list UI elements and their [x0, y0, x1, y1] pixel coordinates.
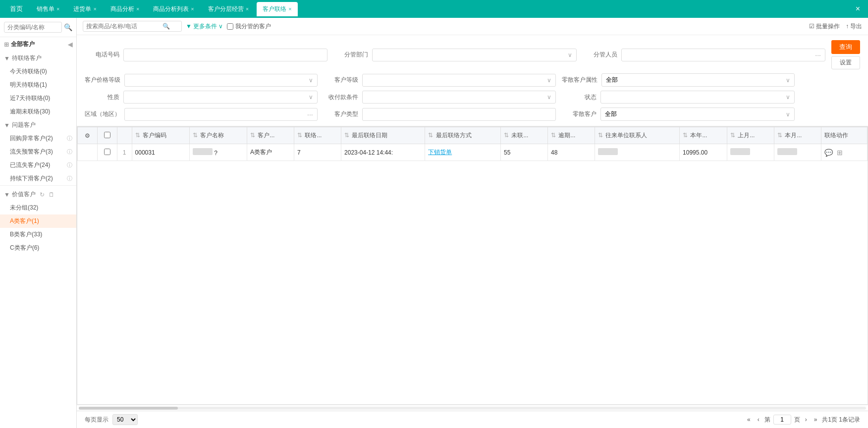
- region-ellipsis[interactable]: ···: [307, 110, 313, 118]
- row-name-cell: ?: [189, 144, 247, 161]
- phone-label: 电话号码: [85, 51, 119, 59]
- no-contact-col-header[interactable]: ⇅ 未联...: [501, 127, 548, 144]
- scrollbar-thumb[interactable]: [79, 407, 178, 410]
- last-page-btn[interactable]: »: [812, 415, 819, 424]
- payment-select[interactable]: ∨: [362, 91, 556, 104]
- expand-arrow: ▼: [4, 55, 10, 62]
- type-col-header[interactable]: ⇅ 客户...: [247, 127, 294, 144]
- close-sales-tab[interactable]: ×: [56, 6, 59, 12]
- nav-tab-customer-contact[interactable]: 客户联络 ×: [257, 2, 297, 16]
- sidebar-item-a-class[interactable]: A类客户(1): [0, 214, 76, 228]
- sidebar-item-churned[interactable]: 已流失客户(24) ⓘ: [0, 159, 76, 172]
- nav-tab-purchase[interactable]: 进货单 ×: [67, 2, 102, 16]
- prev-page-btn[interactable]: ‹: [756, 415, 761, 424]
- value-customers-group[interactable]: ▼ 价值客户 ↻ 🗒: [0, 188, 76, 201]
- last-month-col-header[interactable]: ⇅ 上月...: [727, 127, 774, 144]
- filter-icon: ▼: [186, 23, 192, 30]
- person-select[interactable]: ···: [621, 49, 825, 61]
- query-button[interactable]: 查询: [831, 40, 860, 54]
- contact-sort-icon: ⇅: [297, 132, 302, 139]
- last-method-col-header[interactable]: ⇅ 最后联络方式: [425, 127, 501, 144]
- nav-tab-analysis[interactable]: 商品分析 ×: [105, 2, 145, 16]
- sidebar-item-b-class[interactable]: B类客户(33): [0, 228, 76, 241]
- close-all-tabs[interactable]: ×: [852, 4, 864, 13]
- info-icon-1: ⓘ: [67, 135, 72, 142]
- last-date-col-header[interactable]: ⇅ 最后联络日期: [341, 127, 425, 144]
- code-col-header[interactable]: ⇅ 客户编码: [132, 127, 189, 144]
- filter-status: 状态 ∨: [562, 91, 795, 104]
- first-page-btn[interactable]: «: [745, 415, 753, 424]
- checkbox-col-header[interactable]: [98, 127, 117, 144]
- close-analysis-list-tab[interactable]: ×: [191, 6, 194, 12]
- row-checkbox[interactable]: [104, 149, 110, 155]
- horizontal-scrollbar[interactable]: [77, 405, 868, 411]
- pending-contact-group[interactable]: ▼ 待联络客户: [0, 52, 76, 65]
- close-customer-tier-tab[interactable]: ×: [246, 6, 249, 12]
- overdue-col-header[interactable]: ⇅ 逾期...: [548, 127, 595, 144]
- price-level-select[interactable]: ∨: [124, 74, 318, 87]
- sidebar-item-declining[interactable]: 持续下滑客户(2) ⓘ: [0, 172, 76, 185]
- region-input[interactable]: ···: [124, 108, 318, 121]
- settings-col-header[interactable]: ⚙: [78, 127, 98, 144]
- retail-attr-select[interactable]: 全部 ∨: [601, 73, 795, 87]
- collapse-sidebar-icon[interactable]: ◀: [68, 41, 72, 48]
- this-year-col-header[interactable]: ⇅ 本年...: [680, 127, 727, 144]
- sidebar-item-no-group[interactable]: 未分组(32): [0, 201, 76, 214]
- sidebar-item-repurchase[interactable]: 回购异常客户(2) ⓘ: [0, 132, 76, 145]
- sidebar-item-today[interactable]: 今天待联络(0): [0, 65, 76, 78]
- retail-attr-arrow: ∨: [786, 77, 790, 84]
- filter-search-input[interactable]: [86, 23, 161, 30]
- retail-customer-select[interactable]: 全部 ∨: [600, 107, 795, 121]
- status-select[interactable]: ∨: [600, 91, 795, 104]
- num-col-header: [117, 127, 132, 144]
- next-page-btn[interactable]: ›: [803, 415, 809, 424]
- person-ellipsis[interactable]: ···: [815, 51, 821, 59]
- nav-tab-sales[interactable]: 销售单 ×: [31, 2, 65, 16]
- customer-level-select[interactable]: ∨: [362, 74, 556, 87]
- this-month-col-header[interactable]: ⇅ 本月...: [774, 127, 821, 144]
- my-customers-check[interactable]: [227, 23, 233, 30]
- close-customer-contact-tab[interactable]: ×: [288, 6, 291, 12]
- nav-tab-customer-tier[interactable]: 客户分层经营 ×: [202, 2, 255, 16]
- all-customers-header[interactable]: ⊞ 全部客户 ◀: [0, 37, 76, 52]
- close-analysis-tab[interactable]: ×: [136, 6, 139, 12]
- nav-home[interactable]: 首页: [4, 1, 29, 16]
- export-btn[interactable]: ↑ 导出: [846, 22, 862, 31]
- name-col-header[interactable]: ⇅ 客户名称: [189, 127, 247, 144]
- scrollbar-track[interactable]: [79, 407, 866, 410]
- sidebar-item-7days[interactable]: 近7天待联络(0): [0, 92, 76, 105]
- message-icon[interactable]: 💬: [824, 149, 833, 157]
- dept-select[interactable]: ∨: [372, 49, 576, 61]
- sidebar-item-churn-warning[interactable]: 流失预警客户(3) ⓘ: [0, 145, 76, 159]
- status-arrow: ∨: [786, 94, 790, 101]
- refresh-icon[interactable]: ↻: [40, 191, 45, 198]
- row-checkbox-cell[interactable]: [98, 144, 117, 161]
- more-conditions-btn[interactable]: ▼ 更多条件 ∨: [186, 22, 223, 31]
- settings-button[interactable]: 设置: [831, 56, 860, 69]
- contact-col-header[interactable]: ⇅ 联络...: [294, 127, 341, 144]
- sidebar-item-tomorrow[interactable]: 明天待联络(1): [0, 78, 76, 92]
- row-last-method-cell: 下销货单: [425, 144, 501, 161]
- sidebar-item-overdue[interactable]: 逾期未联络(30): [0, 105, 76, 118]
- select-all-checkbox[interactable]: [104, 132, 110, 138]
- nature-select[interactable]: ∨: [123, 91, 318, 104]
- sidebar-item-c-class[interactable]: C类客户(6): [0, 241, 76, 255]
- customer-type-input[interactable]: [362, 108, 556, 121]
- filter-search-box[interactable]: 🔍: [83, 21, 182, 32]
- unit-contact-col-header[interactable]: ⇅ 往来单位联系人: [595, 127, 679, 144]
- my-customers-checkbox[interactable]: 我分管的客户: [227, 22, 271, 31]
- last-method-link[interactable]: 下销货单: [428, 149, 452, 156]
- nav-tab-analysis-list[interactable]: 商品分析列表 ×: [147, 2, 200, 16]
- page-size-select[interactable]: 50 100 200: [112, 414, 138, 425]
- filter-search-icon[interactable]: 🔍: [163, 23, 170, 30]
- close-purchase-tab[interactable]: ×: [93, 6, 96, 12]
- sidebar-search-icon[interactable]: 🔍: [64, 23, 72, 31]
- batch-operation-btn[interactable]: ☑ 批量操作: [809, 22, 840, 31]
- sidebar-search-input[interactable]: [4, 22, 62, 33]
- phone-input[interactable]: [123, 49, 327, 61]
- qr-icon[interactable]: ⊞: [837, 149, 843, 157]
- problem-customers-group[interactable]: ▼ 问题客户: [0, 118, 76, 132]
- add-group-icon[interactable]: 🗒: [49, 191, 54, 198]
- content-area: 🔍 ▼ 更多条件 ∨ 我分管的客户 ☑ 批量操作 ↑ 导出: [77, 18, 868, 428]
- page-number-input[interactable]: [773, 415, 791, 425]
